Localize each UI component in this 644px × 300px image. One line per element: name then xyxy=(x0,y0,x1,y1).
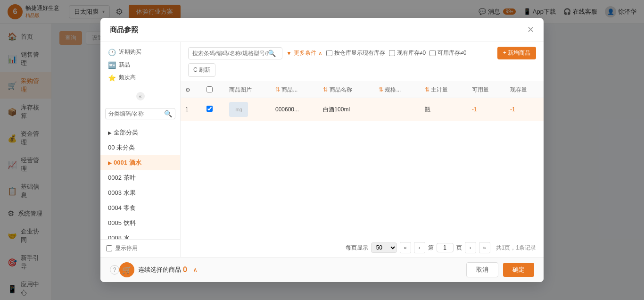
cancel-btn[interactable]: 取消 xyxy=(466,262,498,277)
product-table-area: ⚙ 商品图片 ⇅ 商品... xyxy=(181,82,544,238)
filter-icon: ▼ xyxy=(286,50,292,57)
col-image: 商品图片 xyxy=(224,82,271,98)
new-icon: 🆕 xyxy=(108,61,116,69)
row-stock: -1 xyxy=(505,98,544,121)
row-unit: 瓶 xyxy=(420,98,467,121)
available-nonzero-filter[interactable]: 可用库存≠0 xyxy=(429,49,466,57)
filter-btn[interactable]: ▼ 更多条件 ∧ xyxy=(286,49,322,57)
row-checkbox[interactable] xyxy=(202,98,224,121)
category-item-0003[interactable]: 0003 水果 xyxy=(100,185,180,200)
product-search-input[interactable] xyxy=(192,50,268,57)
nonzero-filter[interactable]: 现有库存≠0 xyxy=(389,49,426,57)
col-checkbox xyxy=(202,82,224,98)
row-index: 1 xyxy=(181,98,202,121)
sort-icon: ⇅ xyxy=(275,86,280,93)
stock-warehouse-checkbox[interactable] xyxy=(326,50,332,56)
sort-icon-name: ⇅ xyxy=(323,86,328,93)
per-page-select[interactable]: 50 20 100 xyxy=(371,242,397,253)
category-item-00[interactable]: 00 未分类 xyxy=(100,140,180,155)
modal-header: 商品参照 ✕ xyxy=(100,18,544,42)
category-item-0004[interactable]: 0004 零食 xyxy=(100,200,180,216)
modal-bottom-bar: ? 🛒 连续选择的商品 0 ∧ 取消 确定 xyxy=(100,257,544,282)
confirm-btn[interactable]: 确定 xyxy=(503,263,534,277)
show-disabled-row: 显示停用 xyxy=(100,239,180,257)
stock-warehouse-filter[interactable]: 按仓库显示现有库存 xyxy=(326,49,385,57)
pagination-row: 每页显示 50 20 100 « ‹ 第 页 › » 共1页，1条记录 xyxy=(181,238,544,257)
category-item-0002[interactable]: 0002 茶叶 xyxy=(100,170,180,185)
col-code[interactable]: ⇅ 商品... xyxy=(271,82,318,98)
col-unit[interactable]: ⇅ 主计量 xyxy=(420,82,467,98)
help-icon[interactable]: ? xyxy=(110,265,119,275)
category-item-0001[interactable]: ▶ 0001 酒水 xyxy=(100,155,180,170)
sort-icon-spec: ⇅ xyxy=(379,86,383,93)
row-code: 000600... xyxy=(271,98,318,121)
nonzero-checkbox[interactable] xyxy=(389,50,395,56)
col-spec[interactable]: ⇅ 规格... xyxy=(374,82,420,98)
collapse-panel-button[interactable]: « xyxy=(136,92,145,100)
last-page-btn[interactable]: » xyxy=(479,242,490,253)
col-settings: ⚙ xyxy=(181,82,202,98)
triangle-icon: ▶ xyxy=(108,130,112,135)
row-spec xyxy=(374,98,420,121)
available-nonzero-checkbox[interactable] xyxy=(429,50,436,56)
quick-recent[interactable]: 🕐 近期购买 xyxy=(106,46,174,58)
select-all-checkbox[interactable] xyxy=(206,86,213,92)
chevron-up-icon: ∧ xyxy=(318,50,322,57)
category-all[interactable]: ▶ 全部分类 xyxy=(100,125,180,140)
product-image: img xyxy=(229,102,248,117)
col-name[interactable]: ⇅ 商品名称 xyxy=(318,82,374,98)
first-page-btn[interactable]: « xyxy=(400,242,411,253)
row-name: 白酒100ml xyxy=(318,98,374,121)
quick-access: 🕐 近期购买 🆕 新品 ⭐ 频次高 xyxy=(100,42,180,88)
search-icon[interactable]: 🔍 xyxy=(268,50,276,57)
category-item-0005[interactable]: 0005 饮料 xyxy=(100,216,180,231)
collapse-selected-icon[interactable]: ∧ xyxy=(193,266,198,274)
row-select-checkbox[interactable] xyxy=(206,106,213,112)
refresh-btn[interactable]: C 刷新 xyxy=(188,63,215,77)
category-item-0008[interactable]: 0008 水 xyxy=(100,231,180,239)
selected-label: 连续选择的商品 xyxy=(138,266,181,274)
show-disabled-checkbox[interactable] xyxy=(106,245,112,251)
col-available: 可用量 xyxy=(467,82,505,98)
next-page-btn[interactable]: › xyxy=(465,242,476,253)
toolbar: 🔍 ▼ 更多条件 ∧ 按仓库显示现有库存 现有库存≠0 xyxy=(181,42,544,82)
category-list: ▶ 全部分类 00 未分类 ▶ 0001 酒水 0002 茶叶 0003 水果 xyxy=(100,123,180,239)
selected-count-num: 0 xyxy=(183,266,187,274)
modal-overlay: 商品参照 ✕ 🕐 近期购买 🆕 新品 ⭐ xyxy=(0,0,644,300)
modal-body: 🕐 近期购买 🆕 新品 ⭐ 频次高 « xyxy=(100,42,544,257)
col-stock: 现存量 xyxy=(505,82,544,98)
modal-title: 商品参照 xyxy=(110,25,138,34)
row-image: img xyxy=(224,98,271,121)
page-number-input[interactable] xyxy=(437,243,454,252)
row-available: -1 xyxy=(467,98,505,121)
prev-page-btn[interactable]: ‹ xyxy=(414,242,425,253)
shopping-cart-icon: 🛒 xyxy=(122,266,132,275)
main-panel: 🔍 ▼ 更多条件 ∧ 按仓库显示现有库存 现有库存≠0 xyxy=(181,42,544,257)
category-search-input[interactable] xyxy=(108,110,164,117)
table-header-row: ⚙ 商品图片 ⇅ 商品... xyxy=(181,82,544,98)
star-icon: ⭐ xyxy=(108,74,116,82)
quick-new[interactable]: 🆕 新品 xyxy=(106,58,174,71)
category-panel: 🕐 近期购买 🆕 新品 ⭐ 频次高 « xyxy=(100,42,181,257)
product-reference-modal: 商品参照 ✕ 🕐 近期购买 🆕 新品 ⭐ xyxy=(100,18,544,282)
sort-icon-unit: ⇅ xyxy=(425,86,429,93)
clock-icon: 🕐 xyxy=(108,49,116,56)
product-table: ⚙ 商品图片 ⇅ 商品... xyxy=(181,82,544,121)
active-triangle-icon: ▶ xyxy=(108,160,112,166)
category-search-icon: 🔍 xyxy=(164,110,172,117)
settings-icon[interactable]: ⚙ xyxy=(185,87,190,93)
category-search-box: 🔍 xyxy=(105,108,175,119)
modal-close-button[interactable]: ✕ xyxy=(527,25,534,35)
search-box: 🔍 xyxy=(188,47,282,59)
table-row[interactable]: 1 img 000600... 白酒100ml 瓶 xyxy=(181,98,544,121)
add-product-btn[interactable]: + 新增商品 xyxy=(497,47,536,59)
quick-frequent[interactable]: ⭐ 频次高 xyxy=(106,71,174,84)
cart-icon[interactable]: 🛒 xyxy=(119,262,134,277)
